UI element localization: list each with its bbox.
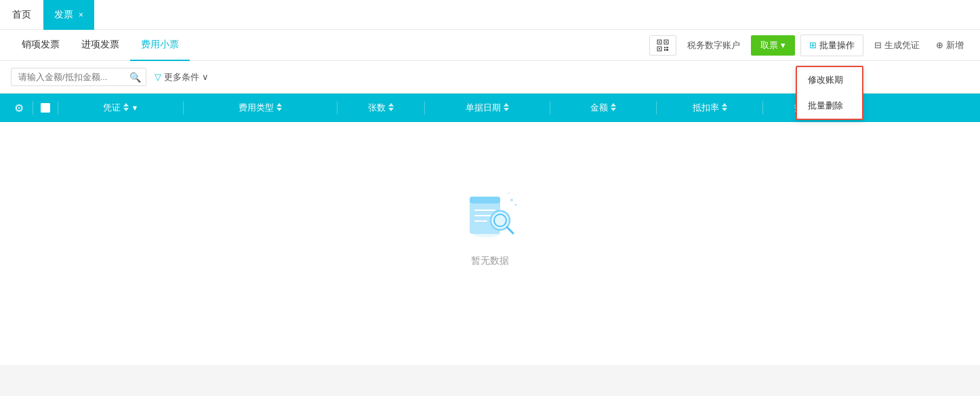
th-voucher-sort-icon[interactable] <box>123 103 129 113</box>
batch-icon: ⊞ <box>809 40 817 50</box>
svg-rect-8 <box>664 49 666 51</box>
svg-marker-13 <box>277 108 282 111</box>
svg-rect-9 <box>666 49 668 51</box>
dropdown-item-batch-delete[interactable]: 批量删除 <box>797 93 862 119</box>
qrcode-icon <box>657 39 669 52</box>
svg-rect-1 <box>659 41 660 43</box>
qupiao-chevron-icon: ▾ <box>781 40 785 50</box>
close-tab-button[interactable]: × <box>79 10 83 20</box>
svg-marker-11 <box>123 108 129 111</box>
svg-marker-12 <box>277 103 282 106</box>
th-expense-type-label: 费用类型 <box>239 102 274 114</box>
th-voucher: 凭证 ▼ <box>58 102 183 114</box>
th-checkbox[interactable] <box>33 103 58 113</box>
empty-text: 暂无数据 <box>471 255 509 267</box>
more-conditions-chevron: ∨ <box>202 72 209 82</box>
invoice-tab-label: 发票 <box>54 9 73 21</box>
more-conditions-button[interactable]: ▽ 更多条件 ∨ <box>155 71 209 83</box>
svg-marker-19 <box>611 108 616 111</box>
dropdown-item-change-period[interactable]: 修改账期 <box>797 67 862 93</box>
th-count: 张数 <box>338 102 424 114</box>
th-expense-type-sort-icon[interactable] <box>277 103 282 113</box>
plus-icon: ⊕ <box>936 40 943 50</box>
settings-icon: ⚙ <box>14 102 24 115</box>
th-voucher-filter-icon[interactable]: ▼ <box>131 104 139 112</box>
more-conditions-label: 更多条件 <box>164 71 199 83</box>
th-settings[interactable]: ⚙ <box>5 102 33 115</box>
sub-tabs-left: 销项发票 进项发票 费用小票 <box>11 30 190 60</box>
svg-rect-5 <box>659 48 660 50</box>
th-amount-sort-icon[interactable] <box>611 103 616 113</box>
generate-label: 生成凭证 <box>884 39 920 52</box>
svg-point-35 <box>508 193 510 194</box>
svg-marker-15 <box>388 108 394 111</box>
generate-voucher-button[interactable]: ⊟ 生成凭证 <box>869 36 925 55</box>
th-count-label: 张数 <box>368 102 386 114</box>
batch-button-wrapper: ⊞ 批量操作 修改账期 批量删除 <box>800 35 863 56</box>
svg-rect-6 <box>664 47 666 48</box>
th-count-sort-icon[interactable] <box>388 103 394 113</box>
svg-rect-26 <box>470 197 500 203</box>
svg-point-34 <box>515 204 517 206</box>
th-deduct-rate-sort-icon[interactable] <box>722 103 727 113</box>
sub-tabs-right: 税务数字账户 取票 ▾ ⊞ 批量操作 修改账期 批量删除 ⊟ 生成凭证 ⊕ 新增 <box>649 35 969 56</box>
main-content: ⚙ 凭证 ▼ 费用类型 张数 单据日期 <box>0 94 980 365</box>
empty-state: 暂无数据 <box>0 122 980 294</box>
th-deduct-rate: 抵扣率 <box>657 102 762 114</box>
svg-marker-16 <box>504 103 509 106</box>
svg-marker-14 <box>388 103 394 106</box>
svg-marker-17 <box>504 108 509 111</box>
search-input[interactable] <box>11 68 146 86</box>
th-date-label: 单据日期 <box>466 102 501 114</box>
th-amount: 金额 <box>550 102 656 114</box>
svg-marker-21 <box>722 108 727 111</box>
th-date: 单据日期 <box>425 102 550 114</box>
tab-purchase-invoice[interactable]: 进项发票 <box>70 30 130 61</box>
th-date-sort-icon[interactable] <box>504 103 509 113</box>
new-label: 新增 <box>946 39 964 52</box>
svg-rect-7 <box>666 47 668 48</box>
tab-sales-invoice[interactable]: 销项发票 <box>11 30 70 61</box>
svg-marker-20 <box>722 103 727 106</box>
batch-label: 批量操作 <box>819 39 855 52</box>
qrcode-button[interactable] <box>649 35 676 56</box>
empty-illustration <box>456 176 524 244</box>
tax-account-button[interactable]: 税务数字账户 <box>682 36 746 55</box>
qupiao-button[interactable]: 取票 ▾ <box>751 35 795 56</box>
search-wrap: 🔍 <box>11 68 146 86</box>
home-tab[interactable]: 首页 <box>0 9 43 21</box>
svg-marker-18 <box>611 103 616 106</box>
th-voucher-label: 凭证 <box>103 102 121 114</box>
th-deduct-rate-label: 抵扣率 <box>693 102 719 114</box>
svg-marker-10 <box>123 103 129 106</box>
svg-point-33 <box>510 199 513 201</box>
select-all-checkbox[interactable] <box>41 103 50 113</box>
invoice-tab[interactable]: 发票 × <box>43 0 94 30</box>
th-amount-label: 金额 <box>590 102 608 114</box>
search-icon[interactable]: 🔍 <box>129 72 141 83</box>
qupiao-label: 取票 <box>760 39 778 52</box>
svg-rect-3 <box>666 41 667 43</box>
generate-icon: ⊟ <box>874 40 882 50</box>
top-nav: 首页 发票 × <box>0 0 980 30</box>
sub-tabs-bar: 销项发票 进项发票 费用小票 税务数字账户 <box>0 30 980 61</box>
tab-expense-receipt[interactable]: 费用小票 <box>130 30 190 61</box>
th-expense-type: 费用类型 <box>184 102 337 114</box>
svg-line-32 <box>507 227 513 233</box>
new-button[interactable]: ⊕ 新增 <box>931 36 969 55</box>
batch-dropdown-menu: 修改账期 批量删除 <box>796 66 863 120</box>
filter-icon: ▽ <box>155 72 161 82</box>
batch-operations-button[interactable]: ⊞ 批量操作 <box>800 35 863 56</box>
